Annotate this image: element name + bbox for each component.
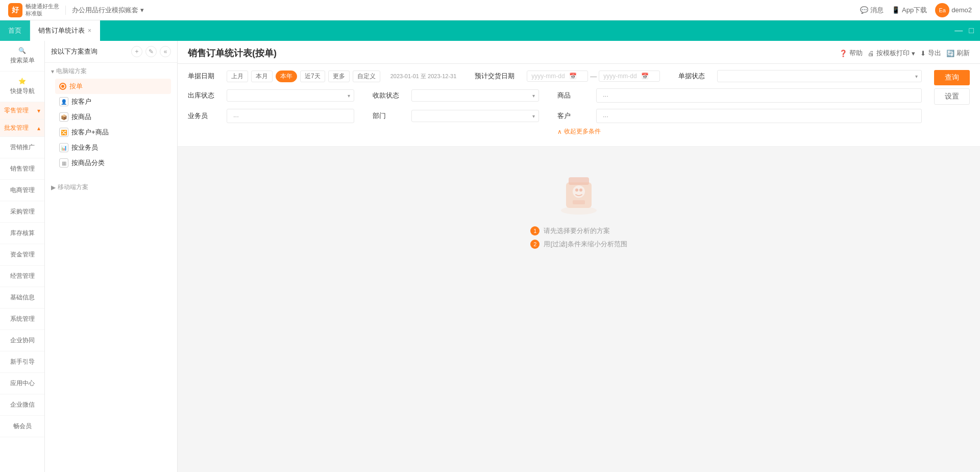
single-status-select[interactable] [717, 70, 922, 82]
svg-rect-2 [569, 177, 589, 185]
sidebar-item-sales[interactable]: 销售管理 [0, 158, 44, 180]
customer-dots[interactable]: ··· [601, 112, 610, 120]
sidebar-item-search[interactable]: 🔍 搜索菜单 [0, 41, 44, 72]
tab-close-btn[interactable]: × [88, 27, 91, 34]
dropdown-icon: ▾ [140, 6, 144, 14]
box-icon: 📦 [59, 112, 68, 122]
logo-icon: 好 [8, 3, 22, 17]
out-status-select-wrapper [227, 89, 354, 102]
page-actions: ❓ 帮助 🖨 按模板打印 ▾ ⬇ 导出 🔄 刷新 [839, 49, 970, 58]
scheme-item-by-salesperson[interactable]: 📊 按业务员 [55, 140, 171, 155]
window-maximize-btn[interactable]: □ [967, 24, 976, 37]
sidebar-item-ecommerce[interactable]: 电商管理 [0, 180, 44, 201]
sidebar-item-marketing[interactable]: 营销推广 [0, 137, 44, 158]
date-btn-thismonth[interactable]: 本月 [251, 70, 273, 82]
svg-rect-6 [573, 200, 585, 204]
print-dropdown-icon: ▾ [912, 50, 915, 57]
department-select[interactable] [411, 110, 539, 122]
expected-date-end[interactable]: yyyy-mm-dd 📅 [599, 70, 660, 82]
sidebar-item-guide[interactable]: 新手引导 [0, 351, 44, 373]
sidebar-section-wholesale[interactable]: 批发管理 ▴ [0, 120, 44, 137]
window-minimize-btn[interactable]: — [952, 24, 965, 37]
date-btn-thisyear[interactable]: 本年 [276, 70, 297, 82]
tab-home[interactable]: 首页 [0, 20, 30, 41]
date-btn-lastmonth[interactable]: 上月 [227, 70, 248, 82]
empty-state-image [553, 167, 604, 218]
date-btn-custom[interactable]: 自定义 [353, 70, 380, 82]
scheme-item-by-goods[interactable]: 📦 按商品 [55, 109, 171, 125]
filter-main: 单据日期 上月 本月 本年 近7天 更多 自定义 2023-01-01 至 20… [188, 70, 922, 123]
date-dash: — [590, 73, 597, 80]
scheme-item-by-customer[interactable]: 👤 按客户 [55, 94, 171, 109]
sidebar-item-purchase[interactable]: 采购管理 [0, 201, 44, 223]
left-panel: 按以下方案查询 + ✎ « ▾ 电脑端方案 按单 [45, 41, 178, 472]
single-status-label: 单据状态 [678, 72, 709, 81]
sidebar-item-inventory[interactable]: 库存核算 [0, 223, 44, 244]
out-status-label: 出库状态 [188, 91, 218, 100]
goods-input[interactable]: ··· [596, 88, 922, 103]
single-status-select-wrapper [717, 70, 922, 82]
expected-date-label: 预计交货日期 [475, 72, 514, 81]
goods-dots[interactable]: ··· [601, 92, 610, 100]
expected-date-start[interactable]: yyyy-mm-dd 📅 [527, 70, 588, 82]
sidebar-item-operation[interactable]: 经营管理 [0, 266, 44, 287]
btn-group: 查询 设置 [934, 70, 970, 105]
sidebar-section-retail[interactable]: 零售管理 ▾ [0, 102, 44, 120]
payment-status-select[interactable] [411, 89, 539, 102]
date-range-display: 2023-01-01 至 2023-12-31 [390, 73, 457, 80]
date-btn-more[interactable]: 更多 [328, 70, 350, 82]
department-select-wrapper [411, 110, 539, 122]
tab-active[interactable]: 销售订单统计表 × [30, 20, 100, 41]
sidebar-item-appcenter[interactable]: 应用中心 [0, 373, 44, 394]
print-btn[interactable]: 🖨 按模板打印 ▾ [868, 49, 915, 58]
empty-state: 1 请先选择要分析的方案 2 用[过滤]条件来缩小分析范围 [178, 147, 980, 269]
collapse-btn[interactable]: ∧ 收起更多条件 [557, 127, 601, 136]
department-label: 部门 [373, 111, 403, 121]
user-menu[interactable]: Ea demo2 [935, 3, 972, 17]
message-btn[interactable]: 💬 消息 [860, 6, 884, 15]
triangle-icon: ▾ [51, 68, 54, 75]
sidebar-item-basic[interactable]: 基础信息 [0, 287, 44, 309]
app-selector[interactable]: 办公用品行业模拟账套 ▾ [65, 6, 144, 15]
sidebar-item-member[interactable]: 畅会员 [0, 416, 44, 437]
collapse-icon: ∧ [557, 128, 562, 135]
scheme-item-by-order[interactable]: 按单 [55, 79, 171, 94]
app-download-btn[interactable]: 📱 App下载 [892, 6, 927, 15]
help-icon: ❓ [839, 50, 847, 57]
query-btn[interactable]: 查询 [934, 70, 970, 85]
scheme-item-by-customer-goods[interactable]: 🔀 按客户+商品 [55, 125, 171, 140]
scheme-item-by-goods-category[interactable]: ▦ 按商品分类 [55, 155, 171, 171]
lph-actions: + ✎ « [131, 46, 171, 57]
setting-btn[interactable]: 设置 [934, 88, 970, 105]
sidebar-item-quicknav[interactable]: ⭐ 快捷导航 [0, 72, 44, 102]
scheme-list: 按单 👤 按客户 📦 按商品 🔀 按客户+商品 [51, 79, 171, 171]
logo-text: 畅捷通好生意 标准版 [26, 3, 59, 16]
salesperson-dots[interactable]: ··· [231, 112, 241, 120]
chevron-down-icon: ▾ [37, 107, 40, 114]
refresh-btn[interactable]: 🔄 刷新 [946, 49, 970, 58]
help-btn[interactable]: ❓ 帮助 [839, 49, 863, 58]
chevron-up-icon: ▴ [37, 125, 40, 132]
collapse-panel-btn[interactable]: « [160, 46, 171, 57]
customer-input[interactable]: ··· [596, 109, 922, 123]
sidebar-item-weixin[interactable]: 企业微信 [0, 394, 44, 416]
mobile-scheme-label[interactable]: ▶ 移动端方案 [51, 183, 171, 192]
download-icon: 📱 [892, 6, 900, 14]
message-icon: 💬 [860, 6, 868, 14]
out-status-select[interactable] [227, 89, 354, 102]
sidebar-item-coop[interactable]: 企业协同 [0, 330, 44, 351]
salesperson-input[interactable]: ··· [227, 109, 354, 123]
empty-hints: 1 请先选择要分析的方案 2 用[过滤]条件来缩小分析范围 [530, 226, 627, 249]
pc-scheme-label[interactable]: ▾ 电脑端方案 [51, 67, 171, 76]
left-panel-header: 按以下方案查询 + ✎ « [45, 41, 177, 63]
sidebar-item-system[interactable]: 系统管理 [0, 309, 44, 330]
date-btn-7days[interactable]: 近7天 [300, 70, 325, 82]
add-scheme-btn[interactable]: + [131, 46, 142, 57]
filter-row-3: 业务员 ··· 部门 客户 ··· [188, 109, 922, 123]
edit-scheme-btn[interactable]: ✎ [145, 46, 157, 57]
pc-scheme-section: ▾ 电脑端方案 按单 👤 按客户 📦 [45, 63, 177, 175]
goods-label: 商品 [557, 91, 588, 100]
sidebar-item-finance[interactable]: 资金管理 [0, 244, 44, 266]
export-btn[interactable]: ⬇ 导出 [920, 49, 941, 58]
svg-point-4 [575, 188, 578, 192]
